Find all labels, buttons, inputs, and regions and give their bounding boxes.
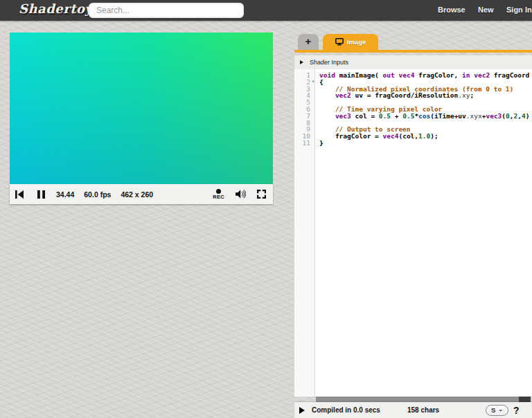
record-label: REC — [213, 194, 224, 200]
code-editor[interactable]: 1void mainImage( out vec4 fragColor, in … — [294, 69, 532, 397]
char-count: 158 chars — [407, 406, 439, 414]
header: Shadertoy Browse New Sign In — [0, 0, 532, 21]
code-line: 11} — [294, 140, 532, 147]
line-number: 7 — [294, 113, 316, 120]
record-button[interactable]: REC — [213, 189, 224, 200]
nav-browse-link[interactable]: Browse — [438, 6, 466, 14]
fps-readout: 60.0 fps — [84, 190, 111, 199]
expand-arrow-icon[interactable] — [299, 407, 305, 414]
line-number: 3 — [294, 86, 316, 93]
volume-button[interactable] — [236, 190, 246, 199]
nav-signin-link[interactable]: Sign In — [506, 6, 532, 14]
pause-button[interactable] — [37, 190, 45, 199]
line-number: 8 — [294, 120, 316, 127]
pause-icon — [37, 190, 45, 199]
monitor-icon — [335, 38, 344, 46]
compile-status: Compiled in 0.0 secs — [312, 406, 380, 414]
tab-new[interactable]: + — [298, 34, 319, 50]
skip-to-start-icon — [15, 190, 24, 199]
export-select-value: S — [491, 406, 495, 414]
line-number: 5 — [294, 99, 316, 106]
shader-inputs-toggle[interactable]: Shader Inputs — [294, 55, 532, 69]
line-number: 6 — [294, 106, 316, 113]
shadertoy-logo[interactable]: Shadertoy — [19, 1, 93, 16]
line-number: 1 — [294, 72, 316, 79]
code-line: 4 vec2 uv = fragCoord/iResolution.xy; — [294, 92, 532, 99]
editor-panel: + Image Shader Inputs 1void mainImage( o… — [294, 33, 532, 418]
player-bar: 34.44 60.0 fps 462 x 260 REC — [10, 184, 273, 204]
resolution-readout: 462 x 260 — [121, 190, 153, 199]
search-input[interactable] — [89, 3, 244, 18]
shader-inputs-label: Shader Inputs — [310, 59, 348, 66]
tab-image[interactable]: Image — [323, 34, 378, 50]
shader-canvas[interactable] — [10, 33, 273, 184]
code-area: 1void mainImage( out vec4 fragColor, in … — [294, 72, 532, 147]
code-line: 10 fragColor = vec4(col,1.0); — [294, 133, 532, 140]
scrollbar-end-cap — [519, 397, 531, 402]
tab-underline — [294, 50, 532, 53]
tab-image-label: Image — [347, 38, 366, 46]
horizontal-scrollbar[interactable] — [316, 397, 531, 402]
line-number: 11 — [294, 140, 316, 147]
record-icon — [216, 189, 221, 194]
shader-player: 34.44 60.0 fps 462 x 260 REC — [10, 33, 273, 204]
volume-icon — [236, 190, 246, 199]
nav-new-link[interactable]: New — [478, 6, 494, 14]
code-line: 1void mainImage( out vec4 fragColor, in … — [294, 72, 532, 79]
line-number: 2▾ — [294, 79, 316, 86]
playback-time: 34.44 — [56, 190, 74, 199]
tab-bar: + Image — [294, 33, 532, 50]
collapsed-arrow-icon — [300, 60, 303, 64]
rewind-button[interactable] — [15, 190, 24, 199]
chevron-down-icon: ⌄ — [498, 406, 503, 412]
line-number: 4 — [294, 92, 316, 99]
status-bar: Compiled in 0.0 secs 158 chars S ⌄ ? — [294, 402, 532, 418]
fullscreen-icon — [257, 190, 266, 199]
help-button[interactable]: ? — [513, 405, 520, 416]
fullscreen-button[interactable] — [257, 190, 266, 199]
export-select[interactable]: S ⌄ — [486, 405, 508, 416]
code-line: 7 vec3 col = 0.5 + 0.5*cos(iTime+uv.xyx+… — [294, 113, 532, 120]
